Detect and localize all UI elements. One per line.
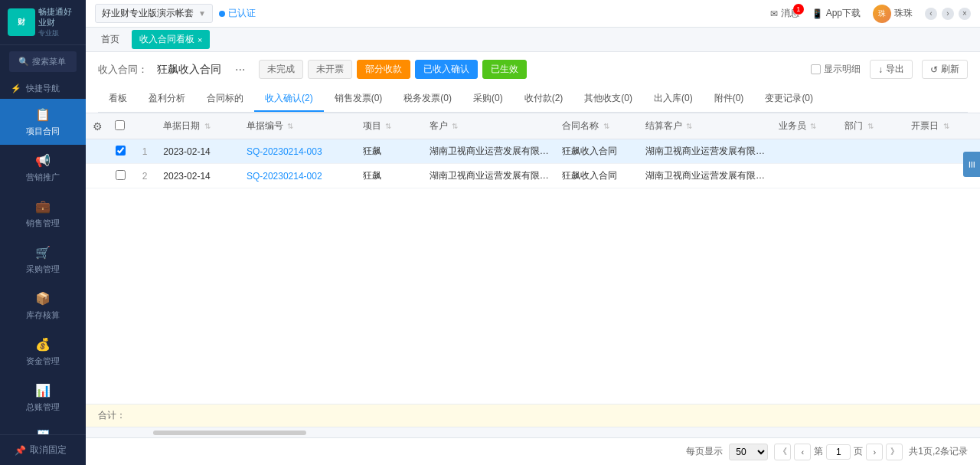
table-row[interactable]: 2 2023-02-14 SQ-20230214-002 狂飙 湖南卫视商业运营… bbox=[86, 164, 980, 188]
tab-contract-board[interactable]: 收入合同看板 × bbox=[132, 30, 210, 49]
sidebar-item-purchase[interactable]: 🛒 采购管理 bbox=[0, 237, 86, 283]
sidebar-item-sales[interactable]: 💼 销售管理 bbox=[0, 191, 86, 237]
quick-nav[interactable]: ⚡ 快捷导航 bbox=[0, 78, 86, 99]
refresh-button[interactable]: ↺ 刷新 bbox=[922, 60, 968, 79]
scroll-thumb[interactable] bbox=[153, 431, 306, 435]
status-confirmed[interactable]: 已收入确认 bbox=[415, 60, 478, 79]
export-icon: ↓ bbox=[878, 64, 883, 75]
per-page-select[interactable]: 50 100 200 bbox=[729, 444, 768, 460]
user-avatar-area[interactable]: 珠 珠珠 bbox=[873, 5, 913, 23]
window-next-button[interactable]: › bbox=[942, 8, 954, 20]
sub-tab-payment[interactable]: 收付款(2) bbox=[514, 87, 574, 112]
next-page-button[interactable]: › bbox=[866, 444, 883, 460]
doc-link-1[interactable]: SQ-20230214-003 bbox=[247, 146, 322, 157]
right-panel-toggle[interactable]: ≡ bbox=[963, 152, 980, 177]
sub-tab-change-log[interactable]: 变更记录(0) bbox=[754, 87, 824, 112]
sub-tab-out-in[interactable]: 出入库(0) bbox=[643, 87, 704, 112]
status-partial[interactable]: 部分收款 bbox=[357, 60, 410, 79]
sidebar-item-funds[interactable]: 💰 资金管理 bbox=[0, 329, 86, 375]
gear-icon[interactable]: ⚙ bbox=[93, 120, 103, 133]
row-settings-1 bbox=[86, 139, 109, 164]
sort-date-icon[interactable]: ⇅ bbox=[204, 122, 211, 130]
sort-open-icon[interactable]: ⇅ bbox=[943, 122, 949, 130]
sidebar-item-project[interactable]: 📋 项目合同 bbox=[0, 99, 86, 145]
user-name: 珠珠 bbox=[894, 7, 913, 20]
prev-page-button[interactable]: ‹ bbox=[794, 444, 811, 460]
tab-home[interactable]: 首页 bbox=[92, 30, 129, 49]
sub-tab-profit[interactable]: 盈利分析 bbox=[138, 87, 196, 112]
first-page-button[interactable]: 《 bbox=[774, 444, 791, 460]
window-close-button[interactable]: × bbox=[959, 8, 971, 20]
row-checkbox-2[interactable] bbox=[116, 170, 126, 180]
certified-badge: 已认证 bbox=[219, 7, 256, 20]
marketing-icon: 📢 bbox=[34, 152, 51, 169]
certified-label: 已认证 bbox=[228, 7, 256, 20]
sub-tab-sales-invoice[interactable]: 销售发票(0) bbox=[324, 87, 394, 112]
message-button[interactable]: ✉ 消息 1 bbox=[770, 7, 799, 20]
row-project-2: 狂飙 bbox=[357, 164, 423, 188]
unpin-button[interactable]: 📌 取消固定 bbox=[5, 440, 81, 460]
col-header-dept: 部门 ⇅ bbox=[838, 113, 905, 139]
content-area: 收入合同： 狂飙收入合同 ··· 未完成 未开票 部分收款 已收入确认 已生效 … bbox=[86, 52, 980, 465]
general-icon: 📊 bbox=[34, 382, 51, 399]
search-icon: 🔍 bbox=[18, 57, 29, 67]
sidebar-item-marketing[interactable]: 📢 营销推广 bbox=[0, 145, 86, 191]
sort-num-icon[interactable]: ⇅ bbox=[287, 122, 293, 130]
sub-tab-tax-invoice[interactable]: 税务发票(0) bbox=[393, 87, 462, 112]
col-header-open-date: 开票日 ⇅ bbox=[905, 113, 980, 139]
sidebar-item-invoice[interactable]: 🧾 发票管理 bbox=[0, 421, 86, 434]
sidebar-item-general[interactable]: 📊 总账管理 bbox=[0, 375, 86, 421]
project-icon: 📋 bbox=[34, 106, 51, 123]
sidebar-item-inventory[interactable]: 📦 库存核算 bbox=[0, 283, 86, 329]
last-page-button[interactable]: 》 bbox=[886, 444, 903, 460]
certified-dot bbox=[219, 11, 225, 17]
download-icon: 📱 bbox=[812, 8, 823, 19]
window-prev-button[interactable]: ‹ bbox=[925, 8, 937, 20]
app-name: 畅捷通好业财 bbox=[38, 6, 78, 28]
sort-contract-icon[interactable]: ⇅ bbox=[603, 122, 609, 130]
sort-customer-icon[interactable]: ⇅ bbox=[452, 122, 458, 130]
sub-tabs: 看板 盈利分析 合同标的 收入确认(2) 销售发票(0) 税务发票(0) bbox=[98, 87, 968, 113]
display-detail-checkbox[interactable] bbox=[811, 64, 821, 74]
export-button[interactable]: ↓ 导出 bbox=[870, 60, 913, 79]
tab-close-icon[interactable]: × bbox=[198, 35, 202, 44]
row-check-1 bbox=[109, 139, 132, 164]
sort-dept-icon[interactable]: ⇅ bbox=[867, 122, 874, 130]
row-sales-1 bbox=[773, 139, 839, 164]
select-all-checkbox[interactable] bbox=[115, 120, 125, 130]
contract-title-row: 收入合同： 狂飙收入合同 ··· 未完成 未开票 部分收款 已收入确认 已生效 … bbox=[98, 60, 968, 79]
sub-tab-attachment[interactable]: 附件(0) bbox=[704, 87, 755, 112]
tabs-bar: 首页 收入合同看板 × bbox=[86, 28, 980, 52]
sub-tab-other-income[interactable]: 其他收支(0) bbox=[573, 87, 643, 112]
doc-link-2[interactable]: SQ-20230214-002 bbox=[247, 171, 322, 182]
status-effective[interactable]: 已生效 bbox=[482, 60, 527, 79]
sub-tab-kanban[interactable]: 看板 bbox=[98, 87, 138, 112]
sort-proj-icon[interactable]: ⇅ bbox=[385, 122, 391, 130]
topbar: 好业财专业版演示帐套 ▼ 已认证 ✉ 消息 1 📱 App下载 珠 珠珠 bbox=[86, 0, 980, 28]
display-detail-toggle[interactable]: 显示明细 bbox=[811, 63, 861, 76]
sort-settle-icon[interactable]: ⇅ bbox=[686, 122, 692, 130]
page-input[interactable] bbox=[826, 444, 851, 460]
app-download-button[interactable]: 📱 App下载 bbox=[812, 7, 861, 20]
sort-sales-icon[interactable]: ⇅ bbox=[810, 122, 816, 130]
company-selector[interactable]: 好业财专业版演示帐套 ▼ bbox=[95, 4, 213, 23]
sub-tab-contract-std[interactable]: 合同标的 bbox=[196, 87, 254, 112]
row-number-1[interactable]: SQ-20230214-003 bbox=[240, 139, 357, 164]
status-uninvoiced[interactable]: 未开票 bbox=[308, 60, 352, 79]
row-number-2[interactable]: SQ-20230214-002 bbox=[240, 164, 357, 188]
table-row[interactable]: 1 2023-02-14 SQ-20230214-003 狂飙 湖南卫视商业运营… bbox=[86, 139, 980, 164]
user-avatar: 珠 bbox=[873, 5, 891, 23]
row-customer-2: 湖南卫视商业运营发展有限公司 bbox=[423, 164, 557, 188]
status-uncomplete[interactable]: 未完成 bbox=[259, 60, 303, 79]
sub-tab-confirm[interactable]: 收入确认(2) bbox=[254, 87, 324, 112]
contract-label: 收入合同： bbox=[98, 63, 148, 77]
more-options-button[interactable]: ··· bbox=[230, 63, 250, 77]
sidebar-bottom: 📌 取消固定 bbox=[0, 434, 86, 465]
col-header-date: 单据日期 ⇅ bbox=[157, 113, 240, 139]
row-num-2: 2 bbox=[132, 164, 158, 188]
horizontal-scrollbar[interactable] bbox=[86, 427, 980, 437]
row-checkbox-1[interactable] bbox=[116, 146, 126, 156]
sub-tab-purchase[interactable]: 采购(0) bbox=[462, 87, 514, 112]
row-num-1: 1 bbox=[132, 139, 158, 164]
search-menu[interactable]: 🔍 搜索菜单 bbox=[9, 51, 77, 72]
